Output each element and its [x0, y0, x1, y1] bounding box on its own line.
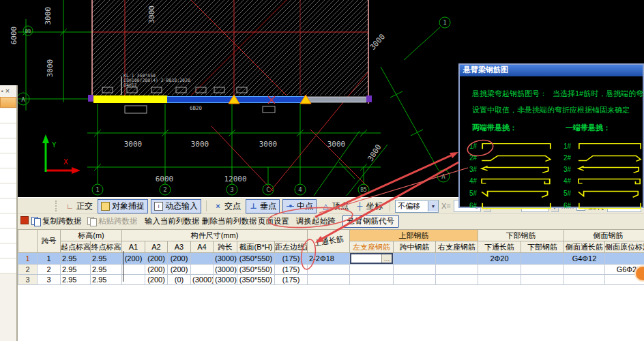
table-cell-bottom[interactable]: [521, 265, 564, 275]
shape-label-one-6[interactable]: 6#: [564, 202, 571, 209]
col-header-left-edge-dist[interactable]: 距左边线距离: [275, 241, 308, 253]
left-panel-row[interactable]: [0, 108, 16, 123]
col-header-bottom-bars[interactable]: 下部钢筋: [521, 241, 564, 253]
cantilever-rebar-diagram-window[interactable]: 悬臂梁钢筋图 悬挑梁弯起钢筋图号：当选择1#筋时，悬挑端的弯折按计算 设置中取值…: [458, 63, 644, 208]
table-cell-a3[interactable]: (200): [168, 265, 191, 275]
rebar-shape-4-icon[interactable]: [577, 177, 643, 186]
swap-start-span-button[interactable]: 调换起始跨: [296, 216, 336, 226]
shape-label-both-2[interactable]: 2#: [469, 154, 477, 162]
left-panel-row[interactable]: [0, 153, 16, 168]
pin-icon[interactable]: ▪: [1, 88, 3, 94]
table-cell-left-support[interactable]: [350, 265, 394, 275]
copy-span-data-button[interactable]: 复制跨数据: [31, 216, 82, 226]
coordinate-toggle[interactable]: ┼ 坐标: [353, 200, 385, 213]
table-cell-top-through[interactable]: [308, 265, 350, 275]
table-cell-top-through[interactable]: [308, 275, 350, 285]
toolbar-grip[interactable]: [55, 201, 59, 211]
col-header-start-elev[interactable]: 起点标高: [61, 241, 91, 253]
cantilever-rebar-code-button[interactable]: 悬臂钢筋代号: [342, 215, 399, 228]
shape-label-one-1[interactable]: 1#: [564, 143, 571, 150]
col-header-side-insitu[interactable]: 侧面原位标注筋: [605, 241, 644, 253]
left-panel-row[interactable]: [0, 198, 16, 213]
left-panel-row[interactable]: [0, 123, 16, 138]
shape-label-one-5[interactable]: 5#: [564, 190, 571, 197]
table-cell-dist[interactable]: (175): [275, 265, 308, 275]
table-cell-span[interactable]: 1: [38, 253, 61, 265]
col-header-a2[interactable]: A2: [145, 241, 168, 253]
offset-dropdown[interactable]: 不偏移 ▼: [395, 200, 439, 213]
paste-span-data-button[interactable]: 粘贴跨数据: [87, 216, 138, 226]
table-cell-side-through[interactable]: [564, 265, 605, 275]
table-cell-len[interactable]: (3000): [214, 275, 237, 285]
table-cell-a1[interactable]: [122, 265, 145, 275]
cell-editor[interactable]: …: [350, 253, 393, 264]
rebar-shape-3-icon[interactable]: [577, 165, 643, 175]
col-header-right-support[interactable]: 右支座钢筋: [436, 241, 478, 253]
col-header-a3[interactable]: A3: [168, 241, 191, 253]
rebar-shape-3-icon[interactable]: [480, 165, 553, 175]
table-cell-start[interactable]: 2.95: [61, 275, 91, 285]
table-row[interactable]: 112.952.95(200)(200)(200)(3000)(350*550)…: [18, 253, 644, 265]
table-cell-a1[interactable]: [122, 275, 145, 285]
beam[interactable]: [88, 95, 372, 104]
table-cell-bottom-through[interactable]: [478, 265, 521, 275]
window-titlebar[interactable]: 悬臂梁钢筋图: [460, 65, 643, 76]
table-row[interactable]: 222.952.95(200)(200)(3000)(350*550)(175)…: [18, 265, 644, 275]
rebar-shape-5-icon[interactable]: [480, 189, 553, 198]
left-panel-row[interactable]: [0, 138, 16, 153]
table-cell-side-insitu[interactable]: G6Φ20: [605, 265, 644, 275]
left-panel-row[interactable]: [0, 243, 16, 258]
table-cell-a2[interactable]: (200): [145, 253, 168, 265]
close-icon[interactable]: ×: [5, 87, 10, 94]
col-header-side-through[interactable]: 侧面通长筋: [564, 241, 605, 253]
col-header-bottom-through[interactable]: 下通长筋: [478, 241, 521, 253]
left-panel-row[interactable]: [0, 228, 16, 243]
left-panel-row[interactable]: [0, 258, 16, 273]
table-cell-sec[interactable]: (350*550): [237, 253, 275, 265]
row-header[interactable]: 3: [18, 275, 38, 285]
table-cell-len[interactable]: (3000): [214, 253, 237, 265]
table-cell-mid[interactable]: [394, 265, 436, 275]
rebar-shape-5-icon[interactable]: [577, 189, 643, 198]
input-current-column-button[interactable]: 输入当前列数据: [145, 216, 200, 226]
table-cell-side-through[interactable]: G4Φ12: [564, 253, 605, 265]
shape-label-both-5[interactable]: 5#: [469, 190, 477, 197]
table-cell-a3[interactable]: (200): [168, 253, 191, 265]
delete-current-column-button[interactable]: 删除当前列数据: [202, 216, 257, 226]
table-cell-left-support[interactable]: …: [350, 253, 394, 265]
table-cell-len[interactable]: (3000): [214, 265, 237, 275]
rebar-shape-4-icon[interactable]: [480, 177, 553, 186]
table-cell-left-support[interactable]: [350, 275, 394, 285]
left-panel-row[interactable]: [0, 183, 16, 198]
ortho-toggle[interactable]: ∟ 正交: [63, 200, 95, 213]
col-header-a4[interactable]: A4: [191, 241, 214, 253]
table-cell-end[interactable]: 2.95: [91, 275, 122, 285]
shape-label-both-1[interactable]: 1#: [469, 143, 477, 150]
shape-label-both-6[interactable]: 6#: [469, 202, 477, 209]
object-snap-toggle[interactable]: 对象捕捉: [98, 199, 148, 213]
table-cell-start[interactable]: 2.95: [61, 265, 91, 275]
dynamic-input-toggle[interactable]: I 动态输入: [151, 199, 201, 213]
left-panel-row[interactable]: [0, 213, 16, 228]
table-cell-span[interactable]: 3: [38, 275, 61, 285]
table-cell-top-through[interactable]: 2-2Φ18: [308, 253, 350, 265]
table-cell-a2[interactable]: (200): [145, 275, 168, 285]
table-cell-dist[interactable]: (175): [275, 253, 308, 265]
col-header-span-no[interactable]: 跨号: [38, 230, 61, 253]
table-cell-start[interactable]: 2.95: [61, 253, 91, 265]
vertex-snap-toggle[interactable]: △ 顶点: [319, 200, 351, 213]
shape-label-both-3[interactable]: 3#: [469, 166, 477, 173]
table-cell-span[interactable]: 2: [38, 265, 61, 275]
rebar-shape-2-icon[interactable]: [480, 153, 553, 163]
ellipsis-button[interactable]: …: [381, 254, 392, 263]
left-panel-selected-row[interactable]: [0, 97, 16, 108]
table-cell-end[interactable]: 2.95: [91, 253, 122, 265]
midpoint-snap-toggle[interactable]: 中点: [282, 199, 317, 213]
table-cell-bottom-through[interactable]: [478, 275, 521, 285]
row-header[interactable]: 1: [18, 253, 38, 265]
table-cell-end[interactable]: 2.95: [91, 265, 122, 275]
rebar-shape-1-icon[interactable]: [577, 142, 643, 151]
table-cell-dist[interactable]: (175): [275, 275, 308, 285]
table-cell-a4[interactable]: (3000): [191, 275, 214, 285]
col-header-end-elev[interactable]: 终点标高: [91, 241, 122, 253]
